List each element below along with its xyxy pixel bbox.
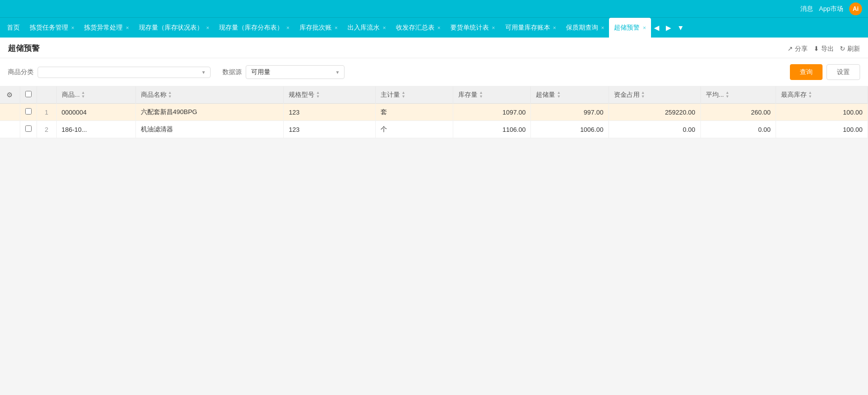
nav-item-expiry[interactable]: 保质期查询 × (561, 18, 609, 38)
share-icon: ↗ (787, 45, 793, 52)
nav-item-batch[interactable]: 库存批次账 × (295, 18, 343, 38)
nav-item-available[interactable]: 可用量库存账本 × (500, 18, 561, 38)
nav-label-batch: 库存批次账 (300, 23, 332, 32)
table-header-row: ⚙ 商品... ▲▼ 商品名称 ▲▼ (0, 86, 868, 104)
row-overstock: 1006.00 (531, 121, 608, 138)
close-icon-summary[interactable]: × (437, 25, 440, 31)
close-icon-exception[interactable]: × (126, 25, 129, 31)
th-settings[interactable]: ⚙ (0, 86, 20, 104)
app-top-bar: 消息 App市场 Ai (0, 0, 868, 18)
row-product-name: 机油滤清器 (135, 121, 283, 138)
table-body: 1 0000004 六配套新昌490BPG 123 套 1097.00 997.… (0, 104, 868, 138)
category-label: 商品分类 (8, 68, 34, 77)
export-icon: ⬇ (814, 45, 819, 52)
nav-label-task: 拣货任务管理 (30, 23, 68, 32)
row-max-stock: 100.00 (776, 104, 868, 121)
th-capital[interactable]: 资金占用 ▲▼ (608, 86, 700, 104)
nav-label-exception: 拣货异常处理 (84, 23, 123, 32)
th-stock[interactable]: 库存量 ▲▼ (453, 86, 531, 104)
th-overstock-label: 超储量 (536, 90, 555, 99)
row-capital: 0.00 (608, 121, 700, 138)
share-button[interactable]: ↗ 分享 (787, 44, 808, 53)
row-checkbox-cell[interactable] (20, 104, 37, 121)
row-capital: 259220.00 (608, 104, 700, 121)
nav-prev-arrow[interactable]: ◀ (651, 18, 663, 38)
sort-arrows-capital: ▲▼ (641, 91, 645, 99)
close-icon-overstock[interactable]: × (643, 25, 646, 31)
query-button[interactable]: 查询 (790, 64, 823, 80)
page-header: 超储预警 ↗ 分享 ⬇ 导出 ↻ 刷新 (0, 38, 868, 58)
avatar[interactable]: Ai (849, 2, 862, 15)
export-button[interactable]: ⬇ 导出 (814, 44, 834, 53)
nav-label-order-stats: 要货单统计表 (450, 23, 489, 32)
close-icon-order-stats[interactable]: × (492, 25, 495, 31)
nav-item-order-stats[interactable]: 要货单统计表 × (445, 18, 500, 38)
close-icon-inventory-dist[interactable]: × (286, 25, 289, 31)
nav-label-available: 可用量库存账本 (505, 23, 550, 32)
row-overstock: 997.00 (531, 104, 608, 121)
close-icon-batch[interactable]: × (335, 25, 338, 31)
th-spec-label: 规格型号 (289, 90, 314, 99)
th-checkbox[interactable] (20, 86, 37, 104)
page-title: 超储预警 (8, 43, 40, 54)
th-stock-label: 库存量 (458, 90, 477, 99)
nav-label-expiry: 保质期查询 (566, 23, 598, 32)
nav-label-inventory-status: 现存量（库存状况表） (139, 23, 203, 32)
th-product-code[interactable]: 商品... ▲▼ (56, 86, 135, 104)
filter-datasource: 数据源 可用量 ▾ (222, 65, 345, 79)
table-row: 1 0000004 六配套新昌490BPG 123 套 1097.00 997.… (0, 104, 868, 121)
app-market-link[interactable]: App市场 (819, 4, 843, 13)
close-icon-task[interactable]: × (71, 25, 74, 31)
header-actions: ↗ 分享 ⬇ 导出 ↻ 刷新 (787, 44, 860, 53)
th-max-stock-label: 最高库存 (781, 90, 807, 99)
nav-item-summary[interactable]: 收发存汇总表 × (391, 18, 445, 38)
settings-gear-icon[interactable]: ⚙ (6, 91, 13, 99)
row-avg-price: 0.00 (700, 121, 776, 138)
category-select[interactable]: ▾ (38, 67, 211, 78)
th-product-name-label: 商品名称 (141, 90, 167, 99)
refresh-icon: ↻ (840, 45, 845, 52)
close-icon-inout-flow[interactable]: × (383, 25, 386, 31)
row-avg-price: 260.00 (700, 104, 776, 121)
th-unit[interactable]: 主计量 ▲▼ (376, 86, 453, 104)
category-chevron-icon: ▾ (202, 69, 205, 76)
th-max-stock[interactable]: 最高库存 ▲▼ (776, 86, 868, 104)
select-all-checkbox[interactable] (25, 91, 32, 97)
row-checkbox-cell[interactable] (20, 121, 37, 138)
th-avg-price[interactable]: 平均... ▲▼ (700, 86, 776, 104)
nav-more-arrow[interactable]: ▼ (675, 18, 687, 38)
sort-arrows-stock: ▲▼ (479, 91, 483, 99)
nav-item-exception[interactable]: 拣货异常处理 × (79, 18, 133, 38)
nav-item-inventory-dist[interactable]: 现存量（库存分布表） × (214, 18, 294, 38)
row-unit: 套 (376, 104, 453, 121)
setting-button[interactable]: 设置 (826, 64, 860, 80)
message-link[interactable]: 消息 (800, 4, 813, 13)
datasource-label: 数据源 (222, 68, 242, 77)
nav-item-task[interactable]: 拣货任务管理 × (25, 18, 79, 38)
row-spec: 123 (284, 104, 376, 121)
th-product-code-label: 商品... (62, 90, 80, 99)
row-num: 2 (37, 121, 56, 138)
refresh-label: 刷新 (847, 44, 860, 53)
th-overstock[interactable]: 超储量 ▲▼ (531, 86, 608, 104)
close-icon-expiry[interactable]: × (601, 25, 604, 31)
nav-item-home[interactable]: 首页 (2, 18, 25, 38)
nav-item-inventory-status[interactable]: 现存量（库存状况表） × (134, 18, 214, 38)
th-avg-price-label: 平均... (706, 90, 724, 99)
close-icon-available[interactable]: × (553, 25, 556, 31)
th-spec[interactable]: 规格型号 ▲▼ (284, 86, 376, 104)
sort-arrows-max-stock: ▲▼ (808, 91, 812, 99)
nav-label-overstock: 超储预警 (614, 23, 640, 32)
refresh-button[interactable]: ↻ 刷新 (840, 44, 860, 53)
close-icon-inventory-status[interactable]: × (206, 25, 209, 31)
th-capital-label: 资金占用 (614, 90, 640, 99)
row-stock: 1106.00 (453, 121, 531, 138)
row-checkbox[interactable] (25, 108, 32, 115)
sort-arrows-product-code: ▲▼ (81, 91, 85, 99)
row-checkbox[interactable] (25, 125, 32, 132)
nav-item-overstock[interactable]: 超储预警 × (609, 18, 651, 38)
nav-item-inout-flow[interactable]: 出入库流水 × (343, 18, 391, 38)
nav-next-arrow[interactable]: ▶ (663, 18, 675, 38)
datasource-select[interactable]: 可用量 ▾ (246, 65, 345, 79)
th-product-name[interactable]: 商品名称 ▲▼ (135, 86, 283, 104)
